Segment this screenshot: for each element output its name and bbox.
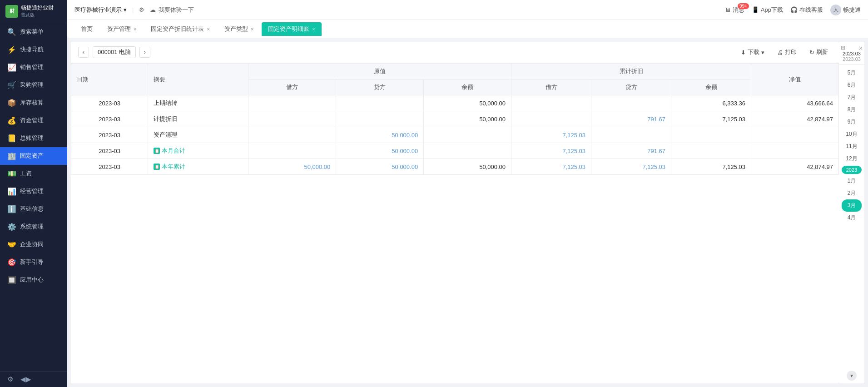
refresh-btn[interactable]: ↻ 刷新 [806,46,832,58]
sidebar-item-guide[interactable]: 🎯 新手引导 [0,253,67,271]
tab-close-asset-type[interactable]: × [251,26,253,32]
col-dep-balance: 余额 [671,79,751,95]
info-icon: ℹ️ [7,205,16,213]
sidebar-bottom: ⚙ ◀▶ [0,371,67,387]
timeline-month-12[interactable]: 12月 [839,153,864,165]
timeline-month-9[interactable]: 9月 [839,116,864,128]
prev-asset-btn[interactable]: ‹ [78,47,89,58]
timeline-bottom: ▾ [839,368,864,383]
table-row: 2023-03 计提折旧 50,000.00 791.67 7,125.03 4… [71,111,839,127]
col-orig-credit: 贷方 [336,79,424,95]
experience-btn[interactable]: ☁ 我要体验一下 [150,6,194,14]
sidebar-item-fixed-assets[interactable]: 🏢 固定资产 [0,147,67,165]
cell-dep-balance: 7,125.03 [671,111,751,127]
sidebar-item-quick-nav[interactable]: ⚡ 快捷导航 [0,41,67,59]
sidebar-item-sales[interactable]: 📈 销售管理 [0,59,67,76]
cell-date: 2023-03 [71,127,148,143]
tab-asset-mgmt[interactable]: 资产管理 × [101,22,143,36]
sidebar-item-basic-info[interactable]: ℹ️ 基础信息 [0,200,67,218]
col-orig-balance: 余额 [424,79,511,95]
timeline-month-1[interactable]: 1月 [839,175,864,187]
sidebar-item-ledger[interactable]: 📒 总账管理 [0,129,67,147]
cell-dep-balance [671,127,751,143]
sidebar-item-finance[interactable]: 💰 资金管理 [0,112,67,129]
collab-icon: 🤝 [7,240,16,249]
cell-dep-credit [591,95,671,111]
col-original-value: 原值 [248,64,511,79]
next-asset-btn[interactable]: › [139,47,150,58]
timeline-month-8[interactable]: 8月 [839,104,864,116]
cell-orig-credit [336,111,424,127]
table-row: 2023-03 上期结转 50,000.00 6,333.36 43,666.6… [71,95,839,111]
company-selector[interactable]: 医疗器械行业演示 ▾ [74,6,127,14]
experience-icon: ☁ [150,6,156,13]
cell-net-value: 42,874.97 [751,159,839,175]
tab-home[interactable]: 首页 [74,22,99,36]
sales-icon: 📈 [7,63,16,72]
cell-summary: 上期结转 [148,95,248,111]
chevron-down-icon: ▾ [124,6,127,13]
user-menu[interactable]: 人 畅捷通 [830,5,861,15]
sidebar-item-purchase[interactable]: 🛒 采购管理 [0,76,67,94]
sidebar-item-operations[interactable]: 📊 经营管理 [0,183,67,200]
sidebar-item-app-center[interactable]: 🔲 应用中心 [0,271,67,289]
settings-gear-icon[interactable]: ⚙ [139,6,144,13]
cell-orig-credit: 50,000.00 [336,159,424,175]
timeline-month-4[interactable]: 4月 [839,212,864,224]
cell-dep-debit [511,111,591,127]
collapse-icon[interactable]: ◀▶ [20,375,31,383]
notification-btn[interactable]: 🖥 消息 99+ [725,6,744,14]
asset-detail-table: 日期 摘要 原值 累计折旧 净值 借方 贷方 余额 借方 贷方 余额 [71,63,839,175]
content-area: ‹ 000001 电脑 › ⬇ 下载 ▾ 🖨 打印 ↻ 刷新 [67,38,868,387]
timeline-month-5[interactable]: 5月 [839,67,864,79]
timeline-month-6[interactable]: 6月 [839,79,864,91]
cell-date: 2023-03 [71,95,148,111]
system-icon: ⚙️ [7,223,16,231]
timeline-panel: ⊞ × 2023.03 2023.03 5月 6月 7月 8月 9月 10月 1… [839,42,864,383]
cell-date: 2023-03 [71,143,148,159]
topbar-right: 🖥 消息 99+ 📱 App下载 🎧 在线客服 人 畅捷通 [725,5,861,15]
cell-orig-debit [248,95,336,111]
notification-icon: 🖥 [725,6,731,13]
sidebar-item-inventory[interactable]: 📦 库存核算 [0,94,67,112]
topbar: 医疗器械行业演示 ▾ | ⚙ ☁ 我要体验一下 🖥 消息 99+ 📱 App下载… [67,0,868,20]
timeline-month-10[interactable]: 10月 [839,128,864,140]
timeline-month-2[interactable]: 2月 [839,187,864,199]
sidebar-item-payroll[interactable]: 💵 工资 [0,165,67,183]
tabbar: 首页 资产管理 × 固定资产折旧统计表 × 资产类型 × 固定资产明细账 × [67,20,868,38]
timeline-month-11[interactable]: 11月 [839,140,864,153]
cell-orig-credit: 50,000.00 [336,127,424,143]
cell-summary: 📋本月合计 [148,143,248,159]
sidebar-item-search[interactable]: 🔍 搜索菜单 [0,23,67,41]
close-timeline-btn[interactable]: × [859,45,863,52]
support-icon: 🎧 [790,6,798,13]
customer-support-btn[interactable]: 🎧 在线客服 [790,6,823,14]
tab-depreciation-stat[interactable]: 固定资产折旧统计表 × [144,22,216,36]
cell-date: 2023-03 [71,111,148,127]
print-btn[interactable]: 🖨 打印 [774,46,800,58]
app-download-btn[interactable]: 📱 App下载 [752,6,783,14]
cell-orig-debit [248,111,336,127]
tab-close-asset-detail[interactable]: × [312,26,315,32]
sidebar-item-collab[interactable]: 🤝 企业协同 [0,236,67,253]
table-row: 2023-03 📋本月合计 50,000.00 7,125.03 791.67 [71,143,839,159]
cell-net-value: 42,874.97 [751,111,839,127]
col-net-value: 净值 [751,64,839,95]
tab-asset-type[interactable]: 资产类型 × [218,22,260,36]
download-btn[interactable]: ⬇ 下载 ▾ [737,46,768,58]
inventory-icon: 📦 [7,99,16,107]
tab-close-depreciation-stat[interactable]: × [207,26,209,32]
finance-icon: 💰 [7,116,16,125]
logo-text: 畅捷通好业财 普及版 [21,5,54,18]
sidebar-item-system[interactable]: ⚙️ 系统管理 [0,218,67,236]
timeline-month-7[interactable]: 7月 [839,91,864,104]
search-icon: 🔍 [7,28,16,36]
chevron-down-icon: ▾ [761,49,764,56]
scroll-down-btn[interactable]: ▾ [847,371,857,381]
download-icon: 📱 [752,6,759,13]
timeline-month-3[interactable]: 3月 [842,199,862,212]
tab-close-asset-mgmt[interactable]: × [134,26,136,32]
expand-icon[interactable]: ⊞ [841,45,845,51]
tab-asset-detail[interactable]: 固定资产明细账 × [262,22,321,36]
settings-icon[interactable]: ⚙ [7,375,13,383]
